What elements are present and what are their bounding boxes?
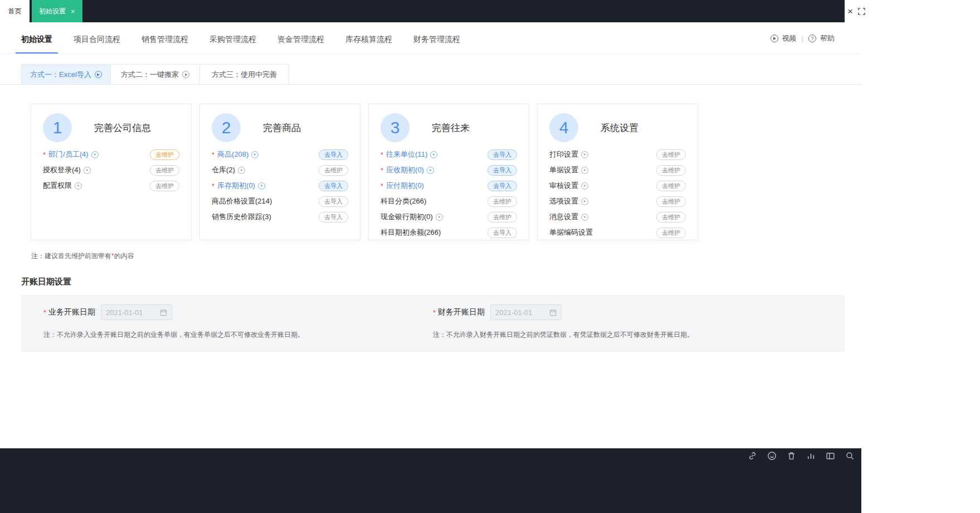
opening-date-section-title: 开账日期设置 xyxy=(21,277,861,287)
go-import-button[interactable]: 去导入 xyxy=(487,165,517,176)
go-import-button[interactable]: 去导入 xyxy=(319,181,348,191)
tab-initial-settings[interactable]: 初始设置 xyxy=(16,35,58,54)
setup-item-text: 配置权限 xyxy=(43,181,72,191)
play-icon[interactable] xyxy=(581,167,588,174)
go-import-button[interactable]: 去导入 xyxy=(319,149,348,160)
help-question-icon xyxy=(808,35,816,42)
top-bar: 首页 初始设置 × xyxy=(0,0,845,22)
go-import-button[interactable]: 去导入 xyxy=(487,149,517,160)
home-tab[interactable]: 首页 xyxy=(0,0,30,22)
play-icon[interactable] xyxy=(238,167,245,174)
tab-sales-management-flow[interactable]: 销售管理流程 xyxy=(136,35,194,54)
go-import-button[interactable]: 去导入 xyxy=(487,181,517,191)
play-icon[interactable] xyxy=(581,214,588,221)
stats-icon[interactable] xyxy=(806,451,816,461)
setup-item-text: 单据设置 xyxy=(549,165,578,175)
setup-item-label: 商品价格设置(214) xyxy=(212,196,272,206)
play-icon[interactable] xyxy=(84,167,91,174)
setup-item-link[interactable]: * 应收期初(0) xyxy=(381,165,434,175)
play-icon[interactable] xyxy=(430,151,437,158)
tab-finance-management-flow[interactable]: 财务管理流程 xyxy=(408,35,466,54)
play-icon[interactable] xyxy=(258,182,265,190)
play-icon[interactable] xyxy=(581,182,588,190)
go-maintain-button[interactable]: 去维护 xyxy=(150,149,179,160)
go-import-button[interactable]: 去导入 xyxy=(487,228,517,238)
play-icon[interactable] xyxy=(91,151,99,158)
setup-item-row: 现金银行期初(0) 去维护 xyxy=(381,209,517,225)
emoji-icon[interactable] xyxy=(767,451,777,461)
go-maintain-button[interactable]: 去维护 xyxy=(319,165,348,176)
setup-item-row: 打印设置 去维护 xyxy=(549,147,686,162)
link-icon[interactable] xyxy=(748,451,757,461)
help-link[interactable]: 帮助 xyxy=(820,33,835,43)
finance-opening-date-label: 财务开账日期 xyxy=(438,307,485,317)
card-products: 2 完善商品 * 商品(208) 去导入 仓库(2) 去维护 xyxy=(199,104,360,240)
setup-item-text: 审核设置 xyxy=(549,181,578,191)
tab-project-contract-flow[interactable]: 项目合同流程 xyxy=(68,35,126,54)
go-maintain-button[interactable]: 去维护 xyxy=(656,165,686,176)
card-title: 系统设置 xyxy=(601,122,638,134)
setup-item-label: 配置权限 xyxy=(43,181,82,191)
setup-item-link[interactable]: * 往来单位(11) xyxy=(381,149,437,159)
setup-item-label: 审核设置 xyxy=(549,181,588,191)
card-partners: 3 完善往来 * 往来单位(11) 去导入 * 应收期初(0) 去导入 xyxy=(368,104,529,240)
setup-item-link[interactable]: * 应付期初(0) xyxy=(381,181,424,191)
method-tab-improve-in-use[interactable]: 方式三：使用中完善 xyxy=(199,64,289,84)
setup-item-label: 现金银行期初(0) xyxy=(381,212,443,222)
method-tab-label: 方式一：Excel导入 xyxy=(30,70,91,80)
step-number-badge: 4 xyxy=(549,113,578,142)
required-star: * xyxy=(433,308,436,317)
tab-purchase-management-flow[interactable]: 采购管理流程 xyxy=(204,35,262,54)
setup-item-text: 商品价格设置(214) xyxy=(212,196,272,206)
go-maintain-button[interactable]: 去维护 xyxy=(487,212,517,222)
setup-item-link[interactable]: * 部门/员工(4) xyxy=(43,149,99,159)
setup-item-row: 配置权限 去维护 xyxy=(43,178,179,193)
method-tab-excel-import[interactable]: 方式一：Excel导入 xyxy=(21,64,111,84)
business-opening-date-input[interactable]: 2021-01-01 xyxy=(101,304,172,320)
video-link[interactable]: 视频 xyxy=(782,33,797,43)
initial-settings-tab[interactable]: 初始设置 × xyxy=(32,0,82,22)
go-import-button[interactable]: 去导入 xyxy=(319,212,348,222)
play-icon[interactable] xyxy=(581,198,588,205)
close-icon[interactable]: × xyxy=(847,7,853,16)
play-icon[interactable] xyxy=(75,182,82,190)
go-maintain-button[interactable]: 去维护 xyxy=(656,228,686,238)
tab-close-icon[interactable]: × xyxy=(71,8,75,15)
setup-item-link[interactable]: * 库存期初(0) xyxy=(212,181,265,191)
play-icon[interactable] xyxy=(427,167,434,174)
finance-opening-date-input[interactable]: 2021-01-01 xyxy=(490,304,562,320)
go-import-button[interactable]: 去导入 xyxy=(319,196,348,207)
go-maintain-button[interactable]: 去维护 xyxy=(656,196,686,207)
help-utilities: 视频 | 帮助 xyxy=(771,33,835,43)
setup-item-row: 科目分类(266) 去维护 xyxy=(381,193,517,209)
go-maintain-button[interactable]: 去维护 xyxy=(150,165,179,176)
finance-opening-date-note: 注：不允许录入财务开账日期之前的凭证数据，有凭证数据之后不可修改财务开账日期。 xyxy=(433,330,822,340)
go-maintain-button[interactable]: 去维护 xyxy=(656,212,686,222)
fullscreen-icon[interactable] xyxy=(858,8,865,15)
setup-item-row: 审核设置 去维护 xyxy=(549,178,686,193)
setup-item-row: * 部门/员工(4) 去维护 xyxy=(43,147,179,162)
tab-inventory-accounting-flow[interactable]: 库存核算流程 xyxy=(340,35,398,54)
play-icon[interactable] xyxy=(581,151,588,158)
method-tab-one-key-move[interactable]: 方式二：一键搬家 xyxy=(110,64,200,84)
search-icon[interactable] xyxy=(845,451,855,461)
go-maintain-button[interactable]: 去维护 xyxy=(656,149,686,160)
trash-icon[interactable] xyxy=(787,451,796,461)
play-icon[interactable] xyxy=(436,214,443,221)
setup-item-text: 应付期初(0) xyxy=(386,181,424,191)
go-maintain-button[interactable]: 去维护 xyxy=(150,181,179,191)
play-icon[interactable] xyxy=(251,151,259,158)
date-value: 2021-01-01 xyxy=(495,308,533,317)
go-maintain-button[interactable]: 去维护 xyxy=(656,181,686,191)
setup-item-label: 销售历史价跟踪(3) xyxy=(212,212,271,222)
layout-icon[interactable] xyxy=(826,451,835,461)
setup-item-text: 消息设置 xyxy=(549,212,578,222)
main-content: 初始设置 项目合同流程 销售管理流程 采购管理流程 资金管理流程 库存核算流程 … xyxy=(0,22,861,448)
setup-item-row: 消息设置 去维护 xyxy=(549,209,686,225)
tab-funds-management-flow[interactable]: 资金管理流程 xyxy=(272,35,330,54)
card-header: 3 完善往来 xyxy=(381,113,517,142)
setup-item-row: 单据编码设置 去维护 xyxy=(549,225,686,240)
step-number-badge: 3 xyxy=(381,113,409,142)
go-maintain-button[interactable]: 去维护 xyxy=(487,196,517,207)
setup-item-link[interactable]: * 商品(208) xyxy=(212,149,259,159)
